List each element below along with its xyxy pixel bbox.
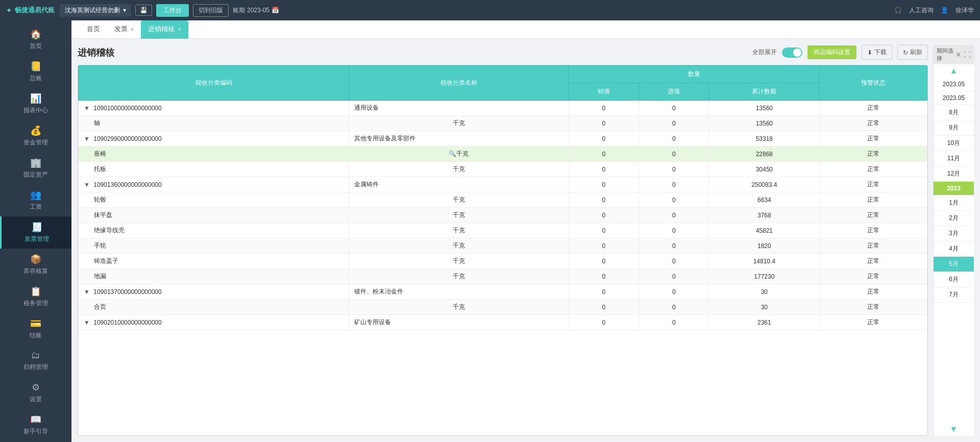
- collapse-arrow-icon[interactable]: ▼: [84, 105, 90, 112]
- period-item[interactable]: 3月: [934, 226, 974, 241]
- funds-icon: 💰: [30, 125, 41, 136]
- status-cell: 正常: [820, 284, 927, 300]
- right-panel-header: 期间选择: [937, 47, 955, 62]
- inventory-icon: 📦: [30, 254, 41, 265]
- period-item[interactable]: 10月: [934, 136, 974, 151]
- status-cell: 正常: [820, 192, 927, 208]
- purchase-qty-cell: 0: [639, 116, 709, 131]
- group-code-cell: ▼ 10901360000000000000: [79, 177, 349, 192]
- sidebar: 🏠 首页 📒 总账 📊 报表中心 💰 资金管理 🏢 固定资产 👥 工资: [0, 20, 71, 442]
- period-item[interactable]: 7月: [934, 287, 974, 303]
- period-info: 账期 2023-05 📅: [233, 6, 279, 15]
- sidebar-item-inventory[interactable]: 📦 库存核算: [0, 249, 71, 281]
- top-bar: ✦ 畅捷通易代账 沈海英测试经营勿删 ▾ 💾 工作台 切到旧版 账期 2023-…: [0, 0, 980, 20]
- period-item[interactable]: 4月: [934, 241, 974, 257]
- period-item[interactable]: 9月: [934, 120, 974, 136]
- sale-qty-cell: 0: [569, 192, 639, 208]
- period-item[interactable]: 2023.05: [934, 91, 974, 105]
- collapse-arrow-icon[interactable]: ▼: [84, 135, 90, 142]
- sidebar-item-payroll[interactable]: 👥 工资: [0, 184, 71, 216]
- group-code-cell: ▼ 10901000000000000000: [79, 101, 349, 116]
- collapse-arrow-icon[interactable]: ▼: [84, 319, 90, 326]
- period-item[interactable]: 12月: [934, 166, 974, 182]
- old-version-button[interactable]: 切到旧版: [193, 4, 229, 17]
- service-label[interactable]: 人工咨询: [909, 6, 934, 15]
- sidebar-item-assets[interactable]: 🏢 固定资产: [0, 152, 71, 184]
- sidebar-item-label: 新手引导: [23, 427, 48, 436]
- total-cell: 45821: [709, 223, 820, 238]
- top-bar-center: 沈海英测试经营勿删 ▾ 💾 工作台 切到旧版 账期 2023-05 📅: [60, 4, 894, 17]
- period-item[interactable]: 2023: [934, 182, 974, 195]
- calendar-icon[interactable]: 📅: [272, 7, 279, 14]
- download-button[interactable]: ⬇ 下载: [862, 45, 892, 60]
- purchase-qty-cell: 0: [639, 131, 709, 146]
- sidebar-item-settlement[interactable]: 💳 结账: [0, 313, 71, 345]
- period-item[interactable]: 2月: [934, 211, 974, 226]
- status-cell: 正常: [820, 177, 927, 192]
- period-item[interactable]: 8月: [934, 105, 974, 120]
- company-selector[interactable]: 沈海英测试经营勿删 ▾: [60, 4, 131, 17]
- scroll-up-button[interactable]: ▲: [934, 64, 974, 78]
- settlement-icon: 💳: [30, 318, 41, 329]
- sidebar-item-funds[interactable]: 💰 资金管理: [0, 120, 71, 152]
- total-cell: 22868: [709, 146, 820, 162]
- sidebar-item-tax[interactable]: 📋 税务管理: [0, 281, 71, 313]
- sidebar-item-settings[interactable]: ⚙ 设置: [0, 377, 71, 409]
- status-cell: 正常: [820, 101, 927, 116]
- sidebar-item-home[interactable]: 🏠 首页: [0, 23, 71, 56]
- sale-qty-cell: 0: [569, 315, 639, 330]
- tab-home[interactable]: 首页: [80, 20, 107, 39]
- total-cell: 30: [709, 284, 820, 300]
- page-content: 进销稽核 全部展开 商品编码设置 ⬇ 下载 ↻ 刷新: [71, 39, 980, 442]
- save-button[interactable]: 💾: [135, 5, 152, 16]
- product-code-button[interactable]: 商品编码设置: [807, 45, 856, 59]
- child-code-cell: 座椅: [79, 146, 349, 162]
- sidebar-item-label: 报表中心: [23, 106, 48, 115]
- sidebar-item-label: 工资: [30, 203, 42, 211]
- purchase-qty-cell: 0: [639, 300, 709, 315]
- status-cell: 正常: [820, 131, 927, 146]
- workbench-button[interactable]: 工作台: [156, 4, 189, 17]
- purchase-qty-cell: 0: [639, 269, 709, 284]
- expand-toggle[interactable]: [782, 47, 802, 58]
- period-item[interactable]: 6月: [934, 272, 974, 287]
- period-item[interactable]: 11月: [934, 151, 974, 166]
- period-item[interactable]: 2023.05: [934, 78, 974, 91]
- sidebar-item-archive[interactable]: 🗂 归档管理: [0, 345, 71, 377]
- tab-bar: 首页 发票 × 进销稽核 ×: [71, 20, 980, 39]
- close-panel-button[interactable]: ✕: [955, 51, 962, 59]
- expand-panel-button[interactable]: ⛶: [964, 51, 971, 59]
- refresh-button[interactable]: ↻ 刷新: [897, 45, 928, 60]
- sidebar-item-guide[interactable]: 📖 新手引导: [0, 409, 71, 441]
- scroll-down-button[interactable]: ▼: [934, 423, 974, 436]
- tab-reconcile-close[interactable]: ×: [178, 26, 181, 32]
- total-cell: 13560: [709, 101, 820, 116]
- status-cell: 正常: [820, 208, 927, 223]
- search-icon[interactable]: 🔍: [449, 150, 456, 157]
- sidebar-item-ledger[interactable]: 📒 总账: [0, 56, 71, 88]
- status-cell: 正常: [820, 315, 927, 330]
- total-cell: 30450: [709, 162, 820, 177]
- period-item[interactable]: 5月: [934, 257, 974, 272]
- total-cell: 2361: [709, 315, 820, 330]
- sale-qty-cell: 0: [569, 177, 639, 192]
- reports-icon: 📊: [30, 93, 41, 104]
- tab-reconcile[interactable]: 进销稽核 ×: [141, 20, 188, 39]
- purchase-qty-cell: 0: [639, 315, 709, 330]
- sale-qty-cell: 0: [569, 208, 639, 223]
- tab-invoice[interactable]: 发票 ×: [107, 20, 141, 39]
- total-cell: 1820: [709, 238, 820, 254]
- total-cell: 250083.4: [709, 177, 820, 192]
- period-item[interactable]: 1月: [934, 195, 974, 211]
- sidebar-item-label: 结账: [30, 331, 42, 340]
- sale-qty-cell: 0: [569, 284, 639, 300]
- collapse-arrow-icon[interactable]: ▼: [84, 181, 90, 188]
- collapse-arrow-icon[interactable]: ▼: [84, 288, 90, 296]
- sidebar-item-reports[interactable]: 📊 报表中心: [0, 88, 71, 120]
- payroll-icon: 👥: [30, 189, 41, 201]
- sidebar-item-invoice[interactable]: 🧾 发票管理: [0, 216, 71, 249]
- sale-qty-cell: 0: [569, 131, 639, 146]
- unit-cell: 千克: [349, 223, 569, 238]
- main-layout: 🏠 首页 📒 总账 📊 报表中心 💰 资金管理 🏢 固定资产 👥 工资: [0, 20, 980, 442]
- tab-invoice-close[interactable]: ×: [131, 26, 134, 32]
